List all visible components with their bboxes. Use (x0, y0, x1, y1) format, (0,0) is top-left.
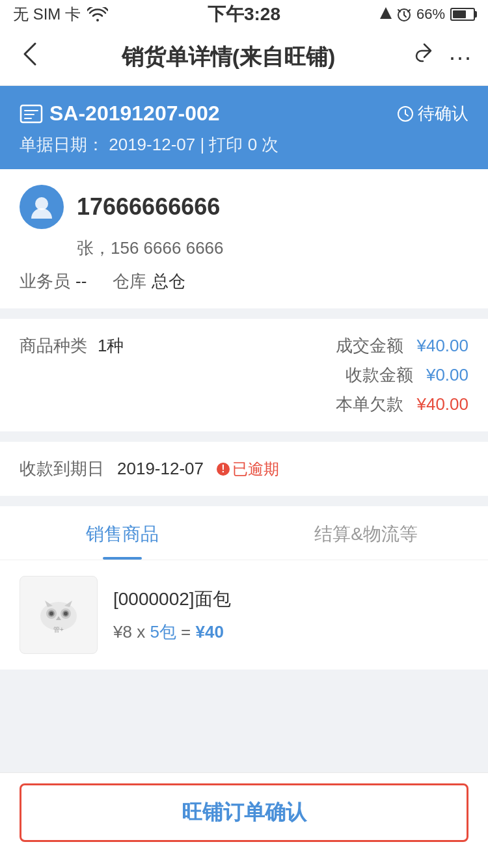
product-item: 管+ [0000002]面包 ¥8 x 5包 = ¥40 (0, 560, 488, 670)
salesman-label: 业务员 (20, 270, 70, 293)
confirm-button-area: 旺铺订单确认 (0, 772, 488, 868)
customer-name: 张，156 6666 6666 (77, 237, 468, 260)
equals-sign: = (176, 622, 196, 642)
received-value: ¥0.00 (426, 365, 468, 385)
tab-settlement[interactable]: 结算&物流等 (244, 506, 488, 560)
salesman-value: -- (75, 271, 87, 292)
amount-label: 成交金额 (336, 334, 403, 357)
svg-point-9 (49, 612, 53, 616)
tab-sales-product[interactable]: 销售商品 (0, 506, 244, 560)
order-id-section: SA-20191207-002 (20, 102, 220, 126)
overdue-badge: ! 已逾期 (217, 459, 279, 480)
order-header: SA-20191207-002 待确认 单据日期： 2019-12-07 | 打… (0, 86, 488, 169)
price-unit: ¥8 (113, 622, 132, 642)
due-label: 收款到期日 (20, 457, 104, 480)
customer-meta: 业务员 -- 仓库 总仓 (20, 270, 468, 293)
wifi-icon (87, 7, 108, 21)
product-type-area: 商品种类 1种 (20, 334, 124, 357)
due-date-value: 2019-12-07 (117, 459, 204, 479)
status-bar: 无 SIM 卡 下午3:28 66% (0, 0, 488, 29)
battery-indicator (450, 8, 475, 21)
svg-point-10 (64, 612, 68, 616)
alarm-icon (397, 7, 411, 21)
product-thumbnail: 管+ (20, 576, 98, 654)
amounts-area: 成交金额 ¥40.00 收款金额 ¥0.00 本单欠款 ¥40.00 (336, 334, 468, 416)
received-label: 收款金额 (346, 364, 413, 387)
back-button[interactable] (16, 34, 44, 79)
customer-section: 17666666666 张，156 6666 6666 业务员 -- 仓库 总仓 (0, 169, 488, 308)
tab-active-indicator (103, 557, 142, 560)
order-date-info: 单据日期： 2019-12-07 | 打印 0 次 (20, 133, 468, 156)
owed-label: 本单欠款 (336, 393, 403, 416)
share-button[interactable] (413, 43, 436, 72)
product-price-row: ¥8 x 5包 = ¥40 (113, 621, 468, 644)
location-icon (380, 7, 392, 21)
amount-row: 成交金额 ¥40.00 (336, 334, 468, 357)
due-date-section: 收款到期日 2019-12-07 ! 已逾期 (0, 442, 488, 496)
order-date-value: 2019-12-07 (109, 135, 195, 154)
warehouse-value: 总仓 (152, 270, 185, 293)
tabs-section: 销售商品 结算&物流等 (0, 506, 488, 670)
confirm-order-button[interactable]: 旺铺订单确认 (20, 783, 468, 842)
receipt-icon (20, 104, 43, 124)
carrier-label: 无 SIM 卡 (13, 4, 81, 25)
product-info: [0000002]面包 ¥8 x 5包 = ¥40 (113, 587, 468, 644)
customer-phone: 17666666666 (77, 193, 220, 221)
print-info: | 打印 0 次 (200, 135, 278, 154)
product-name: [0000002]面包 (113, 587, 468, 612)
order-status: 待确认 (397, 102, 468, 125)
user-icon (29, 194, 55, 220)
confirm-button-label: 旺铺订单确认 (182, 798, 306, 827)
status-time: 下午3:28 (208, 2, 280, 27)
battery-label: 66% (416, 6, 445, 23)
product-total: ¥40 (195, 622, 223, 642)
order-id-text: SA-20191207-002 (49, 102, 220, 126)
warehouse-label: 仓库 (113, 270, 146, 293)
nav-bar: 销货单详情(来自旺铺) ··· (0, 29, 488, 86)
tab-settlement-label: 结算&物流等 (314, 524, 418, 544)
product-thumb-icon: 管+ (36, 595, 81, 634)
warning-icon: ! (217, 463, 230, 476)
summary-section: 商品种类 1种 成交金额 ¥40.00 收款金额 ¥0.00 本单欠款 ¥40.… (0, 319, 488, 431)
svg-text:管+: 管+ (53, 626, 64, 633)
status-text: 待确认 (418, 102, 468, 125)
overdue-text: 已逾期 (232, 459, 279, 480)
product-type-value: 1种 (98, 334, 124, 357)
status-left: 无 SIM 卡 (13, 4, 108, 25)
nav-actions: ··· (413, 43, 472, 72)
tabs-header: 销售商品 结算&物流等 (0, 506, 488, 560)
product-quantity: 5包 (150, 622, 176, 642)
owed-value: ¥40.00 (416, 394, 468, 414)
multiply-sign: x (132, 622, 150, 642)
status-right: 66% (380, 6, 475, 23)
product-type-label: 商品种类 (20, 334, 87, 357)
salesman-item: 业务员 -- (20, 270, 87, 293)
more-button[interactable]: ··· (449, 44, 472, 71)
date-label: 单据日期： (20, 135, 104, 154)
owed-row: 本单欠款 ¥40.00 (336, 393, 468, 416)
tab-sales-label: 销售商品 (86, 524, 159, 544)
amount-value: ¥40.00 (416, 336, 468, 356)
warehouse-item: 仓库 总仓 (113, 270, 185, 293)
customer-avatar (20, 185, 64, 229)
page-title: 销货单详情(来自旺铺) (122, 42, 336, 72)
clock-icon (397, 105, 414, 122)
received-row: 收款金额 ¥0.00 (346, 364, 468, 387)
